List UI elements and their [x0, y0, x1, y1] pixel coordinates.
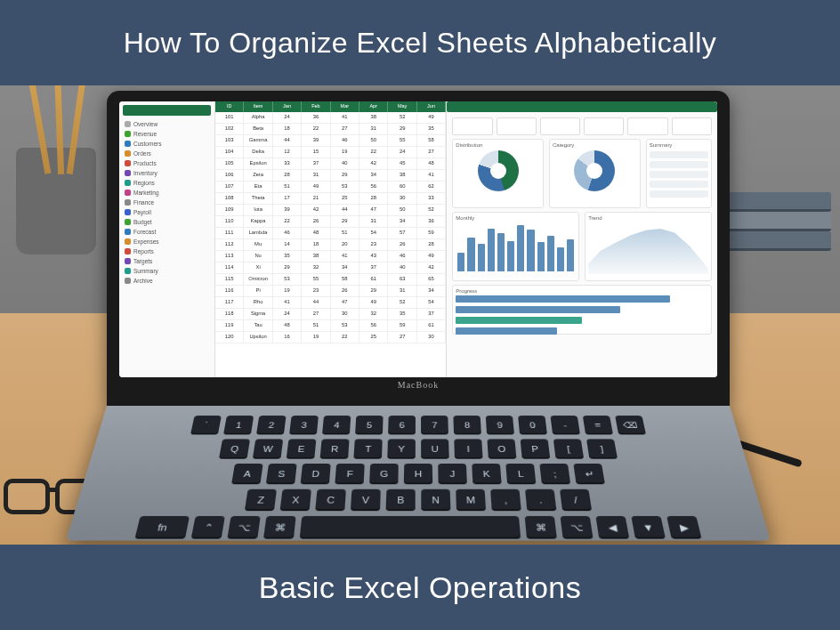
cell[interactable]: Rho — [244, 297, 272, 308]
column-header[interactable]: Jun — [417, 101, 446, 112]
cell[interactable]: 36 — [302, 112, 330, 123]
cell[interactable]: 35 — [417, 124, 446, 134]
table-row[interactable]: 105Epsilon333740424548 — [215, 158, 446, 170]
sidebar-item[interactable]: Archive — [123, 276, 211, 286]
table-row[interactable]: 109Iota394244475052 — [215, 205, 446, 216]
table-row[interactable]: 113Nu353841434649 — [215, 251, 446, 262]
cell[interactable]: 21 — [302, 193, 330, 204]
cell[interactable]: 52 — [388, 297, 416, 308]
sidebar-item[interactable]: Forecast — [123, 227, 211, 237]
cell[interactable]: 103 — [215, 135, 244, 146]
cell[interactable]: 59 — [417, 228, 446, 238]
cell[interactable]: 28 — [359, 193, 388, 204]
cell[interactable]: 24 — [273, 112, 302, 123]
cell[interactable]: 36 — [417, 216, 446, 227]
cell[interactable]: 49 — [417, 112, 446, 123]
column-header[interactable]: Feb — [302, 101, 330, 112]
cell[interactable]: 34 — [388, 216, 416, 227]
column-header[interactable]: ID — [215, 101, 244, 112]
cell[interactable]: 105 — [215, 158, 244, 169]
cell[interactable]: 27 — [302, 309, 330, 319]
table-row[interactable]: 103Gamma443946505558 — [215, 135, 446, 147]
cell[interactable]: 24 — [273, 309, 302, 319]
cell[interactable]: 30 — [417, 332, 446, 343]
cell[interactable]: 52 — [417, 205, 446, 215]
cell[interactable]: Eta — [244, 182, 272, 192]
column-header[interactable]: May — [388, 101, 416, 112]
cell[interactable]: 18 — [302, 239, 330, 250]
cell[interactable]: 31 — [359, 216, 388, 227]
table-row[interactable]: 102Beta182227312935 — [215, 124, 446, 135]
cell[interactable]: 102 — [215, 124, 244, 134]
cell[interactable]: 56 — [359, 320, 388, 331]
cell[interactable]: 104 — [215, 147, 244, 158]
sidebar-item[interactable]: Marketing — [123, 188, 211, 198]
cell[interactable]: 42 — [359, 158, 388, 169]
cell[interactable]: Gamma — [244, 135, 272, 146]
cell[interactable]: 35 — [388, 309, 416, 319]
cell[interactable]: 38 — [302, 251, 330, 262]
cell[interactable]: 26 — [331, 286, 359, 296]
cell[interactable]: Iota — [244, 205, 272, 215]
cell[interactable]: 50 — [359, 135, 388, 146]
cell[interactable]: 49 — [302, 182, 330, 192]
cell[interactable]: 57 — [388, 228, 416, 238]
column-header[interactable]: Apr — [359, 101, 388, 112]
cell[interactable]: 42 — [417, 262, 446, 273]
table-row[interactable]: 118Sigma242730323537 — [215, 309, 446, 320]
cell[interactable]: 55 — [302, 274, 330, 285]
sidebar-item[interactable]: Finance — [123, 198, 211, 207]
cell[interactable]: 40 — [331, 158, 359, 169]
cell[interactable]: 17 — [273, 193, 302, 204]
cell[interactable]: 22 — [331, 332, 359, 343]
cell[interactable]: 53 — [273, 274, 302, 285]
cell[interactable]: 22 — [302, 124, 330, 134]
cell[interactable]: 101 — [215, 112, 244, 123]
cell[interactable]: 26 — [302, 216, 330, 227]
cell[interactable]: 43 — [359, 251, 388, 262]
cell[interactable]: Mu — [244, 239, 272, 250]
cell[interactable]: 118 — [215, 309, 244, 319]
cell[interactable]: 26 — [388, 239, 416, 250]
cell[interactable]: 110 — [215, 216, 244, 227]
cell[interactable]: 44 — [273, 135, 302, 146]
cell[interactable]: 28 — [273, 170, 302, 181]
table-row[interactable]: 110Kappa222629313436 — [215, 216, 446, 228]
table-row[interactable]: 106Zeta283129343841 — [215, 170, 446, 182]
cell[interactable]: 117 — [215, 297, 244, 308]
table-row[interactable]: 120Upsilon161922252730 — [215, 332, 446, 343]
cell[interactable]: 34 — [359, 170, 388, 181]
cell[interactable]: 65 — [417, 274, 446, 285]
cell[interactable]: Omicron — [244, 274, 272, 285]
sidebar-item[interactable]: Payroll — [123, 207, 211, 217]
sidebar-item[interactable]: Targets — [123, 256, 211, 266]
cell[interactable]: 33 — [417, 193, 446, 204]
cell[interactable]: 16 — [273, 332, 302, 343]
cell[interactable]: 14 — [273, 239, 302, 250]
cell[interactable]: 29 — [388, 124, 416, 134]
table-row[interactable]: 111Lambda464851545759 — [215, 228, 446, 239]
cell[interactable]: 38 — [388, 170, 416, 181]
table-row[interactable]: 107Eta514953566062 — [215, 182, 446, 193]
cell[interactable]: 41 — [417, 170, 446, 181]
cell[interactable]: 53 — [331, 182, 359, 192]
table-row[interactable]: 112Mu141820232628 — [215, 239, 446, 251]
cell[interactable]: 32 — [359, 309, 388, 319]
cell[interactable]: 107 — [215, 182, 244, 192]
table-row[interactable]: 104Delta121519222427 — [215, 147, 446, 158]
cell[interactable]: 51 — [331, 228, 359, 238]
cell[interactable]: 58 — [417, 135, 446, 146]
cell[interactable]: 31 — [359, 124, 388, 134]
cell[interactable]: 31 — [388, 286, 416, 296]
cell[interactable]: 47 — [359, 205, 388, 215]
cell[interactable]: 39 — [273, 205, 302, 215]
cell[interactable]: 20 — [331, 239, 359, 250]
cell[interactable]: 120 — [215, 332, 244, 343]
cell[interactable]: 40 — [388, 262, 416, 273]
cell[interactable]: 63 — [388, 274, 416, 285]
cell[interactable]: Beta — [244, 124, 272, 134]
cell[interactable]: 52 — [388, 112, 416, 123]
cell[interactable]: 27 — [417, 147, 446, 158]
cell[interactable]: 30 — [388, 193, 416, 204]
cell[interactable]: 18 — [273, 124, 302, 134]
